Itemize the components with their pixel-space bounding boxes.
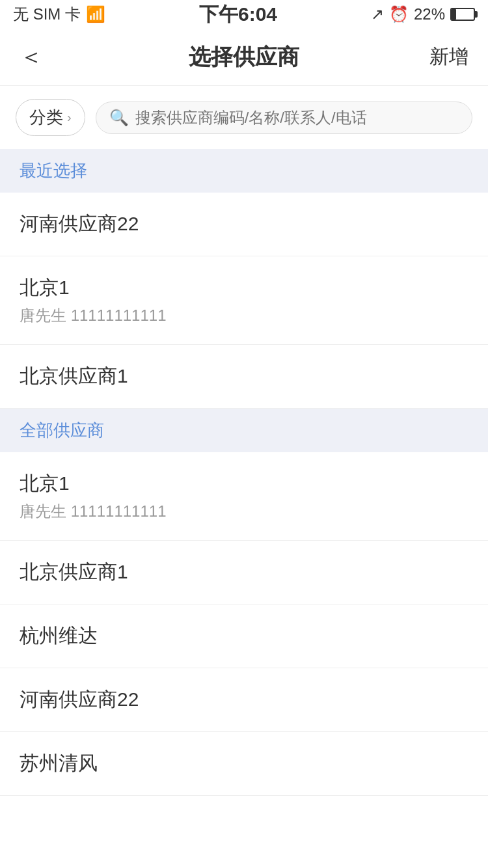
search-icon: 🔍 [109,109,129,127]
list-item[interactable]: 北京供应商1 [0,345,488,409]
status-bar: 无 SIM 卡 📶 下午6:04 ↗ ⏰ 22% [0,0,488,29]
status-left: 无 SIM 卡 📶 [13,4,105,25]
search-input[interactable] [135,109,459,127]
item-name: 杭州维达 [20,623,468,649]
location-icon: ↗ [371,5,384,23]
recent-section-label: 最近选择 [20,161,87,180]
alarm-icon: ⏰ [389,5,409,23]
list-item[interactable]: 杭州维达 [0,604,488,668]
item-sub: 唐先生 11111111111 [20,501,468,522]
list-item[interactable]: 河南供应商22 [0,668,488,732]
recent-section-header: 最近选择 [0,149,488,193]
filter-bar: 分类 › 🔍 [0,86,488,149]
new-add-button[interactable]: 新增 [429,44,468,70]
all-list: 北京1唐先生 11111111111北京供应商1杭州维达河南供应商22苏州清风 [0,452,488,796]
page-title: 选择供应商 [189,42,299,72]
list-item[interactable]: 北京1唐先生 11111111111 [0,256,488,345]
battery-icon [450,8,475,21]
list-item[interactable]: 苏州清风 [0,732,488,796]
list-item[interactable]: 河南供应商22 [0,193,488,256]
all-section-label: 全部供应商 [20,420,104,440]
all-section-header: 全部供应商 [0,409,488,452]
item-sub: 唐先生 11111111111 [20,305,468,326]
item-name: 北京1 [20,470,468,497]
wifi-icon: 📶 [86,5,105,23]
list-item[interactable]: 北京供应商1 [0,541,488,604]
item-name: 河南供应商22 [20,211,468,237]
battery-percentage: 22% [414,5,445,23]
chevron-right-icon: › [67,110,72,125]
search-box: 🔍 [96,102,472,134]
item-name: 河南供应商22 [20,686,468,713]
category-button[interactable]: 分类 › [16,99,85,136]
status-time: 下午6:04 [199,1,277,28]
recent-list: 河南供应商22北京1唐先生 11111111111北京供应商1 [0,193,488,409]
back-button[interactable]: ＜ [20,41,59,73]
item-name: 北京1 [20,275,468,301]
item-name: 北京供应商1 [20,363,468,390]
no-sim-label: 无 SIM 卡 [13,4,81,25]
category-label: 分类 [29,106,63,129]
list-item[interactable]: 北京1唐先生 11111111111 [0,452,488,541]
item-name: 北京供应商1 [20,559,468,586]
nav-bar: ＜ 选择供应商 新增 [0,29,488,86]
status-right: ↗ ⏰ 22% [371,5,475,23]
item-name: 苏州清风 [20,750,468,777]
